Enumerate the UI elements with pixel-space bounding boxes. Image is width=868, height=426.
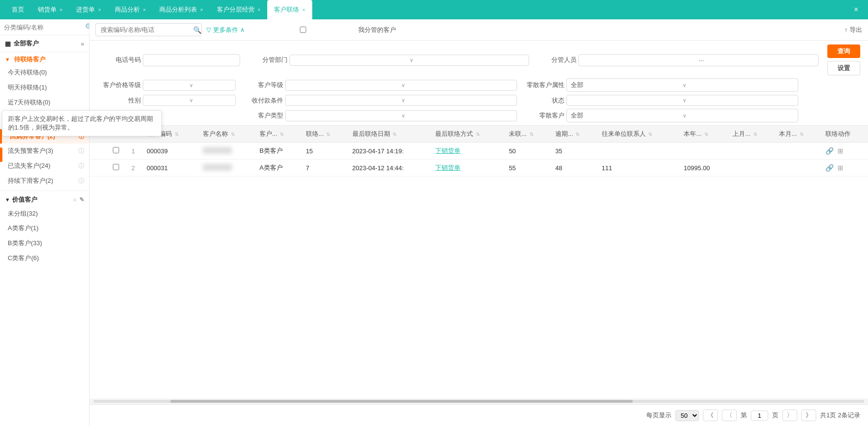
- sidebar-all-customers-header: ▦ 全部客户 »: [0, 35, 89, 52]
- gender-select[interactable]: ∨: [143, 95, 236, 106]
- my-customers-checkbox[interactable]: [250, 27, 356, 33]
- row1-level: B类客户: [255, 143, 301, 160]
- sidebar-item-loss-warning[interactable]: 流失预警客户(3) ⓘ: [0, 144, 89, 159]
- window-close-button[interactable]: ×: [849, 5, 863, 14]
- collapse-icon[interactable]: »: [81, 40, 84, 47]
- chevron-down-icon: ∨: [410, 57, 525, 63]
- sort-icon: ⇅: [800, 132, 804, 137]
- retail-attr-label: 零散客户属性: [521, 81, 564, 89]
- sidebar-item-class-b[interactable]: B类客户(33): [0, 236, 89, 251]
- more-conditions-button[interactable]: ▽ 更多条件 ∧: [206, 26, 245, 34]
- col-contact[interactable]: 联络... ⇅: [301, 126, 348, 143]
- next-page-button[interactable]: 〉: [782, 410, 797, 421]
- add-icon[interactable]: ○: [73, 196, 76, 203]
- sidebar-item-tomorrow[interactable]: 明天待联络(1): [0, 80, 89, 95]
- person-input[interactable]: ···: [579, 54, 819, 66]
- retail-attr-select[interactable]: 全部 ∨: [566, 78, 798, 92]
- customer-level-select[interactable]: ∨: [285, 80, 517, 91]
- row2-overdue: 48: [550, 160, 597, 176]
- col-this-month[interactable]: 本月... ⇅: [774, 126, 821, 143]
- row2-name: [198, 160, 254, 176]
- price-level-select[interactable]: ∨: [143, 80, 236, 91]
- dept-select[interactable]: ∨: [289, 55, 530, 66]
- col-overdue[interactable]: 逾期... ⇅: [550, 126, 597, 143]
- col-unit-contact[interactable]: 往来单位联系人 ⇅: [597, 126, 679, 143]
- grid-icon[interactable]: ⊞: [838, 147, 843, 155]
- row2-last-date: 2023-04-12 14:44:: [348, 160, 431, 176]
- settings-button[interactable]: 设置: [827, 61, 860, 75]
- tab-purchase-order[interactable]: 进货单 ×: [69, 0, 107, 19]
- sidebar-search-input[interactable]: [4, 24, 85, 31]
- close-icon[interactable]: ×: [98, 7, 101, 13]
- export-button[interactable]: ↑ 导出: [845, 26, 863, 34]
- price-level-label: 客户价格等级: [97, 81, 141, 89]
- col-name[interactable]: 客户名称 ⇅: [198, 126, 254, 143]
- sort-icon: ⇅: [231, 132, 235, 137]
- sidebar-item-lost[interactable]: 已流失客户(24) ⓘ: [0, 159, 89, 174]
- last-page-button[interactable]: 》: [801, 410, 816, 421]
- active-indicator: [0, 147, 2, 162]
- close-icon[interactable]: ×: [258, 7, 260, 13]
- sort-icon: ⇅: [476, 132, 480, 137]
- chevron-down-icon: ∨: [401, 113, 513, 119]
- row2-last-method[interactable]: 下销货单: [430, 160, 504, 176]
- close-icon[interactable]: ×: [143, 7, 146, 13]
- edit-icon[interactable]: ✎: [79, 196, 84, 203]
- customer-type-select[interactable]: ∨: [285, 110, 517, 121]
- prev-page-button[interactable]: 〈: [722, 410, 737, 421]
- sidebar-item-declining[interactable]: 持续下滑客户(2) ⓘ: [0, 174, 89, 189]
- status-select[interactable]: ∨: [566, 95, 798, 106]
- first-page-button[interactable]: 《: [703, 410, 718, 421]
- row1-no-purchase: 50: [504, 143, 550, 160]
- page-input[interactable]: [751, 411, 768, 421]
- sidebar-item-7days[interactable]: 近7天待联络(0): [0, 95, 89, 110]
- my-customers-checkbox-label[interactable]: 我分管的客户: [250, 26, 396, 34]
- tab-product-analysis-list[interactable]: 商品分析列表 ×: [152, 0, 210, 19]
- row2-num: 2: [124, 160, 142, 176]
- tab-home[interactable]: 首页: [5, 0, 31, 19]
- grid-icon[interactable]: ⊞: [838, 164, 843, 172]
- sidebar-item-class-a[interactable]: A类客户(1): [0, 221, 89, 236]
- row1-settings: [90, 143, 107, 160]
- horizontal-scrollbar[interactable]: [90, 398, 868, 404]
- col-this-year[interactable]: 本年... ⇅: [679, 126, 728, 143]
- sidebar-item-class-c[interactable]: C类客户(6): [0, 251, 89, 266]
- phone-input[interactable]: [143, 54, 240, 66]
- payment-select[interactable]: ∨: [285, 95, 517, 106]
- retail-customer-select[interactable]: 全部 ∨: [566, 109, 798, 122]
- row1-last-method[interactable]: 下销货单: [430, 143, 504, 160]
- col-last-month[interactable]: 上月... ⇅: [728, 126, 774, 143]
- close-icon[interactable]: ×: [200, 7, 203, 13]
- row1-code: 000039: [142, 143, 198, 160]
- row1-checkbox[interactable]: [113, 147, 119, 153]
- search-icon[interactable]: 🔍: [85, 23, 90, 31]
- row2-level: A类客户: [255, 160, 301, 176]
- link-icon[interactable]: 🔗: [825, 147, 834, 155]
- chevron-down-icon: ∨: [401, 82, 513, 88]
- tab-product-analysis[interactable]: 商品分析 ×: [108, 0, 152, 19]
- col-no-purchase[interactable]: 未联... ⇅: [504, 126, 550, 143]
- row2-no-purchase: 55: [504, 160, 550, 176]
- search-input[interactable]: [95, 23, 202, 36]
- tab-sales-order[interactable]: 销货单 ×: [31, 0, 69, 19]
- link-icon[interactable]: 🔗: [825, 164, 834, 172]
- row1-last-month: [728, 143, 774, 160]
- search-icon[interactable]: 🔍: [193, 26, 201, 34]
- per-page-select[interactable]: 50: [675, 410, 699, 421]
- close-icon[interactable]: ×: [60, 7, 62, 13]
- dots-icon[interactable]: ···: [699, 57, 812, 64]
- sidebar-item-ungroup[interactable]: 未分组(32): [0, 206, 89, 221]
- sidebar-item-today[interactable]: 今天待联络(0): [0, 65, 89, 80]
- col-last-method[interactable]: 最后联络方式 ⇅: [430, 126, 504, 143]
- info-icon: ⓘ: [78, 162, 84, 171]
- col-level[interactable]: 客户... ⇅: [255, 126, 301, 143]
- query-button[interactable]: 查询: [827, 44, 860, 58]
- col-last-date[interactable]: 最后联络日期 ⇅: [348, 126, 431, 143]
- row2-checkbox[interactable]: [113, 164, 119, 170]
- sort-icon: ⇅: [753, 132, 757, 137]
- tab-customer-contact[interactable]: 客户联络 ×: [267, 0, 312, 19]
- tab-customer-tier[interactable]: 客户分层经营 ×: [210, 0, 267, 19]
- close-icon[interactable]: ×: [302, 7, 305, 13]
- dept-filter: 分管部门 ∨: [244, 55, 530, 66]
- row1-contact: 15: [301, 143, 348, 160]
